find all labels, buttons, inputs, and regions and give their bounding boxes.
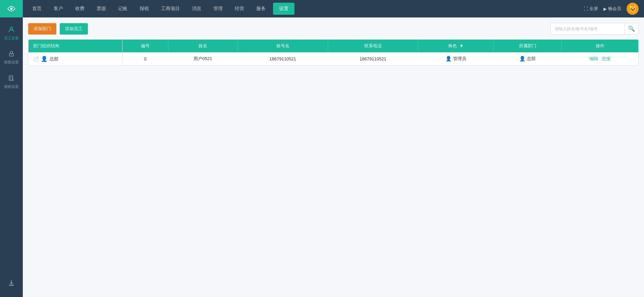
nav-client[interactable]: 客户: [48, 0, 69, 17]
role-user-icon: 👤: [445, 56, 452, 62]
svg-point-3: [11, 54, 12, 55]
dept-user-icon-row: 👤: [519, 56, 526, 62]
th-role: 角色 ▼: [418, 40, 493, 52]
filter-icon[interactable]: ▼: [459, 43, 464, 48]
sidebar: 员工设置 权限设置 报税设置: [0, 17, 23, 297]
nav-invoice[interactable]: 票据: [91, 0, 112, 17]
sidebar-item-employee[interactable]: 员工设置: [0, 21, 23, 45]
nav-operation[interactable]: 经营: [229, 0, 250, 17]
nav-manage[interactable]: 管理: [207, 0, 229, 17]
right-actions: ⛶ 全屏 ▶ 畅会员 🐱: [584, 3, 644, 15]
sidebar-item-tax[interactable]: 报税设置: [0, 69, 23, 94]
search-input[interactable]: [551, 24, 625, 34]
th-account: 账号名: [238, 40, 328, 52]
cell-id: 0: [122, 52, 168, 65]
th-action: 操作: [561, 40, 638, 52]
dept-tree: 部门组织结构 📄 👤 总部: [29, 40, 122, 65]
cell-name: 用户0521: [168, 52, 237, 65]
sidebar-label-permission: 权限设置: [4, 60, 19, 64]
nav-tax[interactable]: 报税: [133, 0, 155, 17]
cell-dept: 👤 总部: [493, 52, 561, 65]
nav-bookkeeping[interactable]: 记账: [112, 0, 133, 17]
sidebar-label-employee: 员工设置: [4, 36, 19, 40]
svg-rect-5: [9, 285, 14, 286]
sidebar-download-btn[interactable]: [0, 275, 23, 292]
th-id: 编号: [122, 40, 168, 52]
edit-link[interactable]: 编辑: [589, 56, 598, 61]
sidebar-bottom: [0, 275, 23, 297]
fullscreen-label: 全屏: [589, 6, 598, 12]
cell-role: 👤 管理员: [418, 52, 493, 65]
main-layout: 员工设置 权限设置 报税设置: [0, 17, 644, 297]
nav-message[interactable]: 消息: [186, 0, 207, 17]
th-phone: 联系电话: [328, 40, 418, 52]
svg-point-0: [10, 7, 12, 10]
lock-icon: [7, 50, 15, 58]
cell-actions: 编辑 交接: [561, 52, 638, 65]
th-dept: 所属部门: [493, 40, 561, 52]
report-icon: [7, 74, 15, 82]
person-icon: [7, 26, 15, 34]
grid-container: 部门组织结构 📄 👤 总部 编号 姓名 账号名 联系电话: [28, 39, 639, 66]
member-btn[interactable]: ▶ 畅会员: [603, 6, 621, 12]
sidebar-label-tax: 报税设置: [4, 84, 19, 89]
search-box: 🔍: [550, 23, 639, 35]
cell-phone: 18679110521: [328, 52, 418, 65]
dept-tree-header: 部门组织结构: [29, 40, 122, 52]
transfer-link[interactable]: 交接: [602, 56, 610, 61]
nav-settings[interactable]: 设置: [273, 3, 294, 15]
fullscreen-btn[interactable]: ⛶ 全屏: [584, 6, 598, 12]
file-icon: 📄: [33, 56, 39, 62]
top-nav: 首页 客户 收费 票据 记账 报税 工商项目 消息 管理 经营 服务 设置 ⛶ …: [0, 0, 644, 17]
dept-name: 总部: [50, 56, 58, 62]
nav-items: 首页 客户 收费 票据 记账 报税 工商项目 消息 管理 经营 服务 设置: [23, 0, 584, 17]
dept-user-icon: 👤: [41, 56, 48, 62]
cell-account: 18679110521: [238, 52, 328, 65]
employee-table: 编号 姓名 账号名 联系电话 角色 ▼ 所属部门 操作: [122, 40, 638, 65]
table-header-row: 编号 姓名 账号名 联系电话 角色 ▼ 所属部门 操作: [122, 40, 638, 52]
dept-tree-item[interactable]: 📄 👤 总部: [29, 52, 122, 65]
nav-service[interactable]: 服务: [250, 0, 272, 17]
role-label: 角色: [448, 43, 457, 48]
avatar[interactable]: 🐱: [627, 3, 639, 15]
add-dept-button[interactable]: 添加部门: [28, 23, 56, 35]
sidebar-item-permission[interactable]: 权限设置: [0, 45, 23, 69]
logo[interactable]: [0, 0, 23, 17]
table-row: 0 用户0521 18679110521 18679110521 👤 管理员: [122, 52, 638, 65]
content-area: 添加部门 添加员工 🔍 部门组织结构 📄 👤 总部: [23, 17, 644, 297]
role-value: 管理员: [453, 56, 466, 62]
fullscreen-icon: ⛶: [584, 6, 588, 11]
search-button[interactable]: 🔍: [625, 23, 638, 34]
nav-fee[interactable]: 收费: [69, 0, 91, 17]
member-label: 畅会员: [608, 6, 621, 12]
toolbar: 添加部门 添加员工 🔍: [28, 23, 639, 35]
nav-business[interactable]: 工商项目: [155, 0, 186, 17]
download-icon: [8, 279, 15, 288]
svg-point-1: [10, 27, 12, 30]
th-name: 姓名: [168, 40, 237, 52]
dept-value: 总部: [527, 56, 536, 62]
nav-home[interactable]: 首页: [26, 0, 48, 17]
table-area: 编号 姓名 账号名 联系电话 角色 ▼ 所属部门 操作: [122, 40, 638, 65]
add-employee-button[interactable]: 添加员工: [60, 23, 88, 35]
member-icon: ▶: [603, 6, 607, 11]
